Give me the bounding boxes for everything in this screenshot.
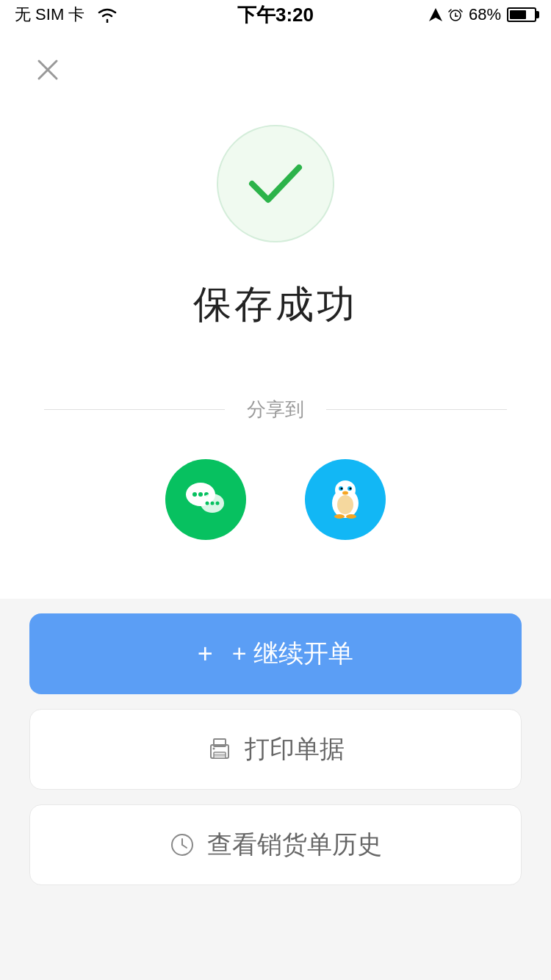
share-divider: 分享到 bbox=[0, 375, 551, 444]
continue-icon: + bbox=[198, 638, 213, 669]
print-icon bbox=[206, 736, 233, 763]
continue-button[interactable]: + + 继续开单 bbox=[29, 613, 522, 694]
action-buttons: + + 继续开单 打印单据 查看销货单历史 bbox=[0, 599, 551, 900]
success-title: 保存成功 bbox=[193, 279, 358, 331]
share-section bbox=[0, 444, 551, 599]
share-label: 分享到 bbox=[225, 397, 326, 422]
main-content: 保存成功 分享到 bbox=[0, 29, 551, 599]
svg-point-8 bbox=[192, 492, 197, 497]
svg-point-13 bbox=[211, 502, 215, 505]
success-section: 保存成功 bbox=[0, 96, 551, 375]
print-label: 打印单据 bbox=[245, 732, 345, 766]
battery-icon bbox=[507, 7, 536, 22]
svg-point-22 bbox=[337, 495, 353, 514]
status-time: 下午3:20 bbox=[237, 2, 314, 28]
print-button[interactable]: 打印单据 bbox=[29, 709, 522, 790]
wechat-share-button[interactable] bbox=[165, 459, 246, 540]
svg-point-30 bbox=[213, 748, 215, 750]
divider-left bbox=[44, 409, 225, 410]
history-button[interactable]: 查看销货单历史 bbox=[29, 804, 522, 885]
svg-line-4 bbox=[460, 10, 462, 12]
close-button-area bbox=[0, 29, 551, 96]
history-label: 查看销货单历史 bbox=[207, 828, 382, 862]
status-left: 无 SIM 卡 ⁠ bbox=[15, 4, 118, 26]
alarm-icon bbox=[448, 7, 463, 22]
svg-point-12 bbox=[206, 502, 209, 505]
svg-point-9 bbox=[198, 492, 203, 497]
svg-point-14 bbox=[216, 502, 220, 505]
sim-status: 无 SIM 卡 ⁠ bbox=[15, 4, 89, 26]
wechat-icon bbox=[180, 474, 231, 525]
svg-point-20 bbox=[350, 488, 352, 490]
battery-percent: 68% bbox=[469, 5, 501, 24]
wifi-icon bbox=[96, 7, 118, 23]
svg-point-24 bbox=[346, 514, 356, 519]
qq-share-button[interactable] bbox=[305, 459, 386, 540]
svg-point-19 bbox=[341, 488, 343, 490]
svg-point-23 bbox=[334, 514, 345, 519]
location-icon bbox=[429, 8, 442, 21]
divider-right bbox=[326, 409, 507, 410]
checkmark-icon bbox=[246, 162, 305, 206]
svg-line-33 bbox=[182, 845, 187, 848]
history-icon bbox=[169, 832, 195, 858]
success-circle bbox=[217, 125, 334, 242]
qq-icon bbox=[320, 474, 371, 525]
svg-rect-27 bbox=[214, 752, 226, 758]
status-right: 68% bbox=[429, 5, 536, 24]
svg-point-21 bbox=[342, 491, 348, 495]
svg-line-3 bbox=[449, 10, 451, 12]
close-button[interactable] bbox=[29, 51, 66, 88]
status-bar: 无 SIM 卡 ⁠ 下午3:20 68% bbox=[0, 0, 551, 29]
close-icon bbox=[35, 57, 61, 83]
continue-label: + 继续开单 bbox=[232, 637, 353, 671]
